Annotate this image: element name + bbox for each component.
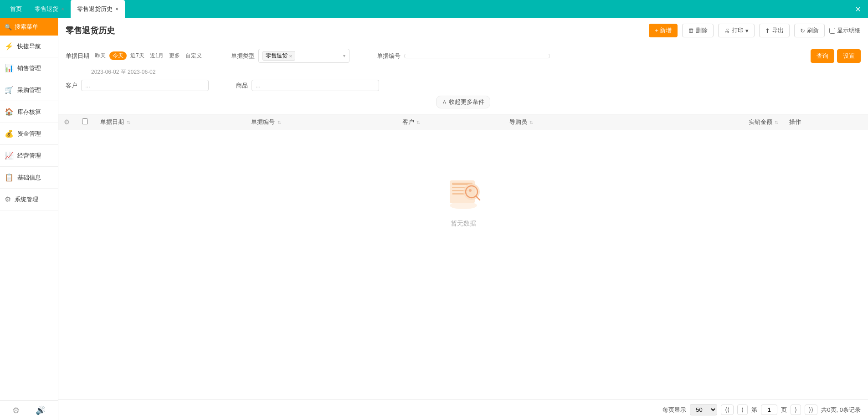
date-btn-today[interactable]: 今天 bbox=[109, 51, 127, 60]
customer-input[interactable]: ... bbox=[81, 80, 209, 91]
data-table: ⚙ 单据日期 ⇅ 单据编号 ⇅ bbox=[58, 114, 868, 264]
empty-text: 暂无数据 bbox=[451, 220, 476, 228]
print-button[interactable]: 🖨 打印 ▾ bbox=[718, 24, 755, 37]
sidebar-item-basics[interactable]: 📋 基础信息 bbox=[0, 167, 58, 189]
select-all-checkbox[interactable] bbox=[82, 118, 88, 124]
sidebar-search[interactable]: 🔍 搜索菜单 bbox=[0, 18, 58, 36]
show-detail-toggle[interactable]: 显示明细 bbox=[829, 26, 861, 35]
sort-date-icon: ⇅ bbox=[127, 120, 130, 125]
header-ops-label: 操作 bbox=[789, 118, 801, 125]
voucher-filter-label: 单据编号 bbox=[377, 52, 401, 60]
pagination-last-button[interactable]: ⟩⟩ bbox=[805, 405, 817, 415]
page-title: 零售退货历史 bbox=[66, 25, 115, 36]
pagination-next-button[interactable]: ⟩ bbox=[791, 405, 801, 415]
tab-label-active: 零售退货历史 bbox=[77, 5, 113, 13]
table-header-customer[interactable]: 客户 ⇅ bbox=[397, 114, 504, 130]
empty-illustration bbox=[441, 167, 486, 212]
sidebar-item-label: 经营管理 bbox=[17, 152, 41, 160]
filter-row-2: 客户 ... 商品 ... bbox=[66, 80, 861, 91]
tab-close-1[interactable]: × bbox=[115, 6, 118, 12]
refresh-icon: ↻ bbox=[800, 27, 805, 34]
sidebar-item-shortcut[interactable]: ⚡ 快捷导航 bbox=[0, 36, 58, 57]
table-header-number[interactable]: 单据编号 ⇅ bbox=[246, 114, 396, 130]
customer-filter-label: 客户 bbox=[66, 82, 77, 90]
collapse-button[interactable]: ∧ 收起更多条件 bbox=[436, 96, 490, 108]
delete-button[interactable]: 🗑 删除 bbox=[682, 24, 714, 37]
voucher-input[interactable] bbox=[404, 54, 550, 58]
refresh-button[interactable]: ↻ 刷新 bbox=[794, 24, 825, 37]
date-btn-yesterday[interactable]: 昨天 bbox=[93, 51, 108, 60]
filter-customer: 客户 ... bbox=[66, 80, 209, 91]
tab-label: 零售退货 bbox=[35, 5, 58, 13]
query-button[interactable]: 查询 bbox=[811, 49, 834, 63]
page-actions: + 新增 🗑 删除 🖨 打印 ▾ ⬆ 导出 ↻ 刷新 显示明细 bbox=[649, 24, 861, 37]
sidebar-item-label: 资金管理 bbox=[17, 130, 41, 138]
sidebar-item-system[interactable]: ⚙ 系统管理 bbox=[0, 189, 58, 210]
sidebar-item-inventory[interactable]: 🏠 库存核算 bbox=[0, 101, 58, 123]
export-label: 导出 bbox=[772, 26, 784, 35]
table-checkbox-header[interactable] bbox=[77, 114, 95, 130]
pagination-first-button[interactable]: ⟨⟨ bbox=[721, 405, 734, 415]
table-header-ops: 操作 bbox=[784, 114, 868, 130]
date-btn-more[interactable]: 更多 bbox=[167, 51, 182, 60]
table-header-amount[interactable]: 实销金额 ⇅ bbox=[633, 114, 784, 130]
print-label: 打印 bbox=[732, 26, 744, 35]
type-tag: 零售退货 × bbox=[262, 51, 295, 61]
sidebar-item-finance[interactable]: 💰 资金管理 bbox=[0, 123, 58, 145]
table-header-guide[interactable]: 导购员 ⇅ bbox=[504, 114, 633, 130]
finance-icon: 💰 bbox=[5, 129, 14, 138]
settings-bottom-icon[interactable]: ⚙ bbox=[12, 405, 20, 415]
table-settings-header[interactable]: ⚙ bbox=[58, 114, 77, 130]
sort-guide-icon: ⇅ bbox=[529, 120, 533, 125]
basics-icon: 📋 bbox=[5, 173, 14, 182]
sidebar-item-label: 采购管理 bbox=[17, 86, 41, 94]
type-tag-text: 零售退货 bbox=[266, 52, 288, 60]
inventory-icon: 🏠 bbox=[5, 108, 14, 116]
empty-state: 暂无数据 bbox=[58, 130, 868, 264]
pagination-prev-button[interactable]: ⟨ bbox=[737, 405, 748, 415]
filter-voucher: 单据编号 bbox=[377, 52, 550, 60]
print-chevron: ▾ bbox=[745, 27, 749, 34]
filter-row-1: 单据日期 昨天 今天 近7天 近1月 更多 自定义 单据类型 bbox=[66, 49, 861, 63]
tab-close-0[interactable]: × bbox=[61, 6, 64, 12]
operations-icon: 📈 bbox=[5, 151, 14, 160]
sidebar-item-sales[interactable]: 📊 销售管理 bbox=[0, 57, 58, 79]
goods-input[interactable]: ... bbox=[252, 80, 379, 91]
date-range-text: 2023-06-02 至 2023-06-02 bbox=[91, 69, 155, 75]
purchase-icon: 🛒 bbox=[5, 86, 14, 94]
sidebar-item-purchase[interactable]: 🛒 采购管理 bbox=[0, 79, 58, 101]
type-chevron: ▾ bbox=[343, 53, 345, 58]
window-close-button[interactable]: × bbox=[852, 4, 864, 15]
show-detail-checkbox[interactable] bbox=[829, 28, 835, 34]
date-btn-1month[interactable]: 近1月 bbox=[148, 51, 166, 60]
table-footer: 每页显示 10 20 50 100 ⟨⟨ ⟨ 第 页 ⟩ ⟩⟩ 共0页, 0条记… bbox=[58, 399, 868, 420]
header-guide-label: 导购员 bbox=[509, 118, 527, 125]
table-header-date[interactable]: 单据日期 ⇅ bbox=[95, 114, 246, 130]
sidebar-item-operations[interactable]: 📈 经营管理 bbox=[0, 145, 58, 167]
tab-retail-return[interactable]: 零售退货 × bbox=[28, 0, 71, 18]
per-page-select[interactable]: 10 20 50 100 bbox=[690, 404, 717, 415]
export-button[interactable]: ⬆ 导出 bbox=[759, 24, 790, 37]
type-tag-close[interactable]: × bbox=[289, 53, 292, 59]
tab-home[interactable]: 首页 bbox=[4, 5, 28, 13]
settings-button[interactable]: 设置 bbox=[837, 49, 861, 63]
date-range-display: 2023-06-02 至 2023-06-02 bbox=[91, 67, 861, 76]
add-button[interactable]: + 新增 bbox=[649, 24, 678, 37]
svg-point-9 bbox=[469, 189, 472, 192]
sidebar-item-label: 基础信息 bbox=[17, 174, 41, 182]
tab-retail-return-history[interactable]: 零售退货历史 × bbox=[71, 0, 125, 18]
page-number-input[interactable] bbox=[761, 405, 777, 415]
filter-date: 单据日期 昨天 今天 近7天 近1月 更多 自定义 bbox=[66, 51, 204, 60]
date-filter-label: 单据日期 bbox=[66, 52, 89, 60]
type-select[interactable]: 零售退货 × ▾ bbox=[258, 49, 349, 63]
header-customer-label: 客户 bbox=[402, 118, 414, 125]
audio-bottom-icon[interactable]: 🔊 bbox=[36, 405, 46, 415]
table-gear-icon[interactable]: ⚙ bbox=[64, 118, 70, 126]
goods-filter-label: 商品 bbox=[236, 82, 248, 90]
print-icon: 🖨 bbox=[724, 27, 730, 34]
date-btn-custom[interactable]: 自定义 bbox=[184, 51, 204, 60]
page-header: 零售退货历史 + 新增 🗑 删除 🖨 打印 ▾ ⬆ 导出 ↻ 刷新 bbox=[58, 18, 868, 43]
date-btn-7days[interactable]: 近7天 bbox=[128, 51, 146, 60]
header-amount-label: 实销金额 bbox=[749, 118, 772, 125]
sidebar-bottom: ⚙ 🔊 bbox=[0, 400, 58, 420]
